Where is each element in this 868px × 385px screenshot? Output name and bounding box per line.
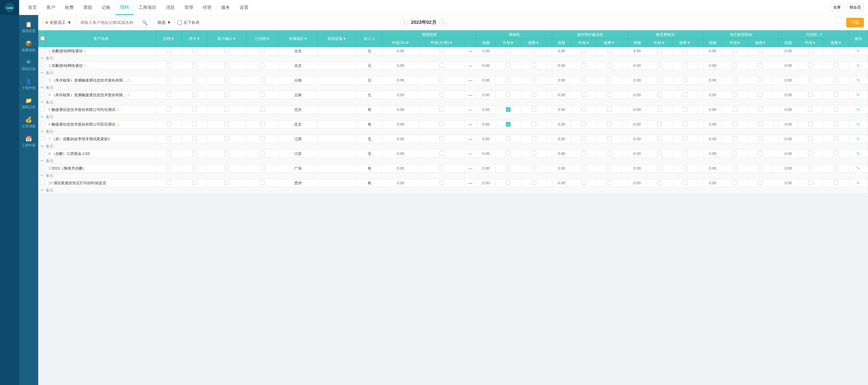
- filter-button[interactable]: 筛选 ▼: [154, 18, 175, 27]
- edit-icon[interactable]: ✎: [856, 107, 860, 112]
- current-date: 2023年02月: [411, 19, 437, 26]
- table-row: 3 （库存核算）直播畅捷通信息技术股份有限... ⚠ 云南 元 0.00 — 0…: [39, 76, 868, 84]
- header-copy-tax: 抄税▼: [156, 31, 182, 47]
- sub-header-city-amount: 税额: [552, 39, 571, 47]
- name-checkbox[interactable]: [177, 20, 182, 25]
- sub-item-tax-settings[interactable]: 📋 报税设置: [19, 18, 38, 37]
- search-input[interactable]: [77, 18, 139, 27]
- sub-header-edu-declare: 申报▼: [646, 39, 672, 47]
- table-row: 1 勿删|新锐网络通信 ⚠ 北京 元 0.00 — 0.00 0.00 0.00…: [39, 47, 868, 55]
- nav-invoice[interactable]: 票据: [79, 0, 97, 15]
- employee-filter[interactable]: 全部员工 ▼: [42, 18, 74, 27]
- nav-fee[interactable]: 收费: [60, 0, 79, 15]
- customer-name: （勿删）江西股金-LSS: [52, 152, 90, 156]
- unchecked-box: [683, 166, 687, 170]
- nav-customer[interactable]: 客户: [42, 0, 60, 15]
- row-select-cell: [39, 150, 46, 158]
- nav-tax[interactable]: 报税: [115, 0, 134, 15]
- sub-item-batch-tax[interactable]: 📦 批量报税: [19, 37, 38, 56]
- edit-icon[interactable]: ✎: [856, 48, 860, 54]
- nav-manage[interactable]: 管理: [180, 0, 198, 15]
- nav-commerce[interactable]: 工商项目: [134, 0, 161, 15]
- edit-icon[interactable]: ✎: [856, 122, 860, 127]
- vat-amount-cell: 0.00: [476, 106, 495, 114]
- unchecked-box: [808, 77, 813, 82]
- clear-card-cell: [182, 91, 207, 99]
- edit-icon[interactable]: ✎: [856, 166, 860, 171]
- city-declare-cell: [571, 47, 597, 55]
- main-area: 首页 客户 收费 票据 记账 报税 工商项目 消息 管理 经营 服务 设置 全屏…: [19, 0, 868, 385]
- unchecked-box: [224, 92, 229, 97]
- row-number: 1: [48, 49, 51, 53]
- monthly-declare-cell: —: [464, 106, 476, 114]
- name-label-check[interactable]: 名下标表: [177, 20, 200, 26]
- download-button[interactable]: 下载: [846, 18, 864, 27]
- edu-pay-cell: [672, 91, 698, 99]
- edit-icon[interactable]: ✎: [856, 63, 860, 68]
- unchecked-box: [657, 151, 662, 156]
- note-cell: ✏ 备注:: [39, 55, 868, 62]
- nav-service[interactable]: 服务: [216, 0, 235, 15]
- search-button[interactable]: 🔍: [139, 18, 151, 27]
- monthly-declare-cell: —: [464, 62, 476, 70]
- customer-name: （库存核算）直播畅捷通信息技术股份有限...: [52, 78, 126, 82]
- edit-icon[interactable]: ✎: [856, 181, 860, 186]
- unchecked-box: [40, 151, 45, 156]
- vat-declare-cell: [496, 62, 521, 70]
- sub-header-edu-pay: 缴费▼: [672, 39, 698, 47]
- city-pay-cell: [597, 165, 622, 172]
- localedu-blank-cell: [773, 76, 779, 84]
- sub-item-annual-report[interactable]: 📅 工商年报: [19, 132, 38, 151]
- nav-business[interactable]: 经营: [198, 0, 216, 15]
- income-cell: 元: [357, 76, 382, 84]
- select-all-checkbox[interactable]: [40, 36, 45, 41]
- unchecked-box: [192, 180, 197, 185]
- note-pencil-icon: ✏: [41, 129, 44, 133]
- unchecked-box: [683, 122, 687, 126]
- nav-settings[interactable]: 设置: [235, 0, 253, 15]
- nav-account[interactable]: 记账: [97, 0, 115, 15]
- unchecked-box: [167, 180, 171, 185]
- copy-tax-cell: [156, 62, 182, 70]
- customer-name: 畅捷通信息技术股份有限公司民珏测试: [52, 122, 115, 126]
- edit-icon[interactable]: ✎: [856, 151, 860, 156]
- tax-device-cell: [317, 47, 356, 55]
- note-row: ✏ 备注:: [39, 99, 868, 106]
- name-label-text: 名下标表: [183, 20, 200, 26]
- income-value-cell: 0.00: [382, 47, 419, 55]
- customer-confirm-cell: [207, 106, 246, 114]
- copy-tax-cell: [156, 120, 182, 128]
- note-row: ✏ 备注:: [39, 128, 868, 135]
- customer-confirm-cell: [207, 91, 246, 99]
- customer-name-cell: 1 勿删|新锐网络通信 ⚠: [46, 47, 156, 55]
- stamp-amount-cell: 0.00: [779, 76, 798, 84]
- edu-blank-cell: [698, 150, 703, 158]
- city-blank-cell: [622, 150, 628, 158]
- row-select-cell: [39, 135, 46, 143]
- sub-item-personal-tax[interactable]: 👤 个税申报: [19, 75, 38, 94]
- fullscreen-btn[interactable]: 全屏: [830, 3, 844, 11]
- next-date-btn[interactable]: ›: [439, 19, 447, 26]
- note-label: 备注:: [46, 85, 54, 89]
- sub-item-tax-record[interactable]: 📁 报税记录: [19, 94, 38, 113]
- unchecked-box: [732, 92, 737, 97]
- sub-item-tax-overview[interactable]: 👁 报税总览: [19, 56, 38, 75]
- sub-label-annual-report: 工商年报: [22, 143, 35, 148]
- edit-icon[interactable]: ✎: [856, 137, 860, 142]
- unchecked-box: [834, 122, 838, 126]
- city-declare-cell: [571, 120, 597, 128]
- edu-blank-cell: [698, 91, 703, 99]
- prev-date-btn[interactable]: ‹: [401, 19, 408, 26]
- tax-device-cell: [317, 62, 356, 70]
- edit-icon[interactable]: ✎: [856, 92, 860, 98]
- vip-btn[interactable]: 稻会员: [846, 3, 864, 11]
- unchecked-box: [224, 166, 229, 170]
- nav-message[interactable]: 消息: [161, 0, 180, 15]
- edit-icon[interactable]: ✎: [856, 78, 860, 83]
- nav-home[interactable]: 首页: [23, 0, 42, 15]
- sub-item-settlement[interactable]: 💰 汇算清缴: [19, 113, 38, 132]
- edu-blank-cell: [698, 106, 703, 114]
- stamp-pay-cell: [823, 179, 849, 187]
- edu-pay-cell: [672, 179, 698, 187]
- unchecked-box: [40, 63, 45, 68]
